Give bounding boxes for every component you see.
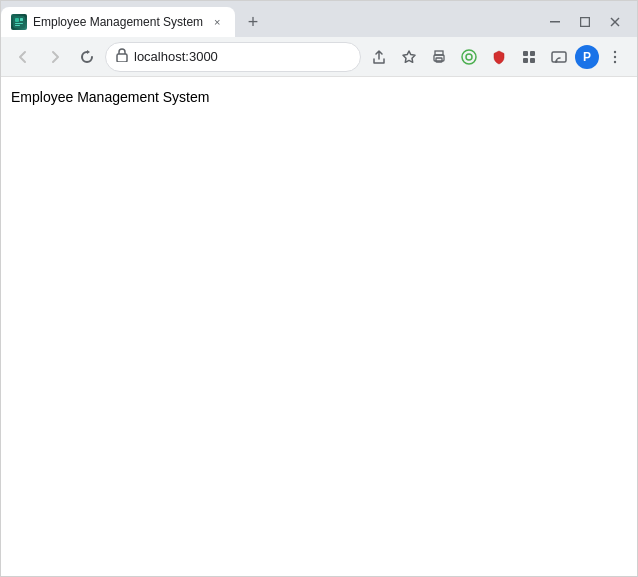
svg-point-22: [614, 60, 616, 62]
minimize-button[interactable]: [541, 8, 569, 36]
reload-button[interactable]: [73, 43, 101, 71]
menu-button[interactable]: [601, 43, 629, 71]
shield-icon[interactable]: [485, 43, 513, 71]
svg-rect-4: [15, 25, 20, 26]
maximize-button[interactable]: [571, 8, 599, 36]
svg-rect-5: [550, 21, 560, 23]
title-bar: Employee Management System × +: [1, 1, 637, 37]
svg-rect-11: [435, 51, 443, 55]
nav-bar: localhost:3000: [1, 37, 637, 77]
tab-strip: Employee Management System × +: [1, 7, 533, 37]
svg-rect-2: [20, 18, 23, 21]
svg-rect-17: [523, 58, 528, 63]
svg-rect-0: [13, 16, 25, 28]
address-text: localhost:3000: [134, 49, 350, 64]
profile-initial: P: [583, 50, 591, 64]
svg-rect-18: [530, 58, 535, 63]
bookmark-icon[interactable]: [395, 43, 423, 71]
svg-rect-1: [15, 18, 19, 22]
print-icon[interactable]: [425, 43, 453, 71]
extensions-icon[interactable]: [515, 43, 543, 71]
share-icon[interactable]: [365, 43, 393, 71]
tab-title: Employee Management System: [33, 15, 203, 29]
svg-point-14: [466, 54, 472, 60]
page-content: Employee Management System: [1, 77, 637, 576]
svg-point-21: [614, 55, 616, 57]
close-button[interactable]: [601, 8, 629, 36]
tab-favicon: [11, 14, 27, 30]
svg-point-20: [614, 50, 616, 52]
svg-rect-6: [581, 18, 590, 27]
browser-window: Employee Management System × +: [0, 0, 638, 577]
back-button[interactable]: [9, 43, 37, 71]
window-controls: [533, 7, 637, 37]
svg-rect-9: [117, 54, 127, 62]
new-tab-button[interactable]: +: [239, 8, 267, 36]
svg-rect-15: [523, 51, 528, 56]
cast-icon[interactable]: [545, 43, 573, 71]
svg-rect-19: [552, 52, 566, 62]
address-bar[interactable]: localhost:3000: [105, 42, 361, 72]
tab-close-button[interactable]: ×: [209, 14, 225, 30]
lock-icon: [116, 48, 128, 65]
profile-avatar[interactable]: P: [575, 45, 599, 69]
chrome-refresh-icon[interactable]: [455, 43, 483, 71]
svg-rect-12: [436, 58, 442, 62]
svg-point-13: [462, 50, 476, 64]
toolbar-icons: P: [365, 43, 629, 71]
active-tab[interactable]: Employee Management System ×: [1, 7, 235, 37]
page-heading: Employee Management System: [11, 89, 627, 105]
svg-rect-16: [530, 51, 535, 56]
forward-button[interactable]: [41, 43, 69, 71]
svg-rect-3: [15, 23, 23, 24]
